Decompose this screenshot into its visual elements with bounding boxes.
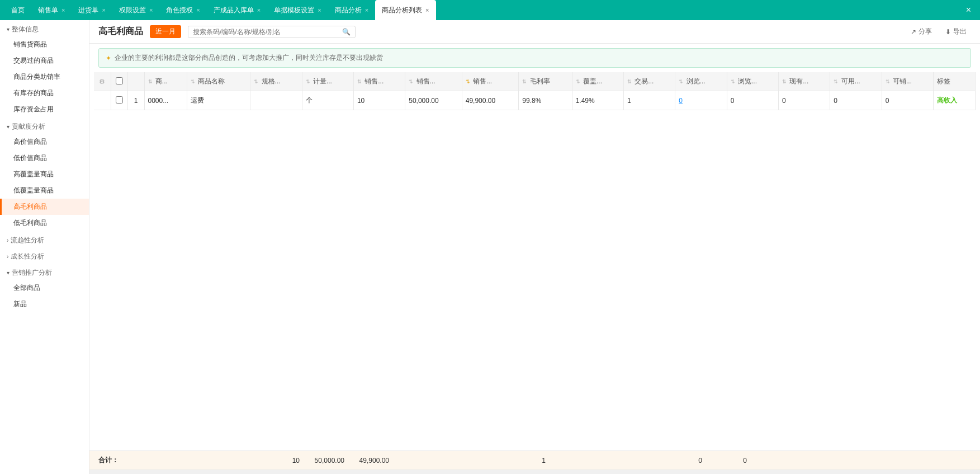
cell-browse2: 0 [727, 91, 778, 110]
nav-finished[interactable]: 产成品入库单 × [207, 0, 267, 20]
col-sales-cost: ⇅ 销售... [462, 72, 519, 91]
close-permission-tab[interactable]: × [149, 7, 153, 13]
share-button[interactable]: ↗ 分享 [906, 25, 936, 39]
header-actions: ↗ 分享 ⬇ 导出 [906, 25, 971, 39]
search-input[interactable] [193, 28, 342, 36]
table-footer: 合计： 10 50,000.00 49,900.00 1 0 0 [89, 450, 980, 470]
group-arrow-growth: › [7, 254, 8, 260]
cell-gross-rate: 99.8% [519, 91, 572, 110]
sidebar-item-sales-products[interactable]: 销售货商品 [0, 36, 89, 53]
col-available: ⇅ 可用... [830, 72, 882, 91]
content-header: 高毛利商品 近一月 🔍 ↗ 分享 ⬇ 导出 [89, 20, 980, 44]
col-name: ⇅ 商品名称 [187, 72, 250, 91]
export-icon: ⬇ [945, 28, 951, 36]
col-current-stock: ⇅ 现有... [778, 72, 830, 91]
sidebar-item-analysis-rate[interactable]: 商品分类助销率 [0, 69, 89, 85]
col-index [127, 72, 144, 91]
products-table: ⚙ ⇅ 商... ⇅ 商品名称 [94, 72, 976, 110]
col-settings: ⚙ [94, 72, 111, 91]
sidebar-item-low-margin[interactable]: 低毛利商品 [0, 215, 89, 231]
sidebar-item-high-freq[interactable]: 高覆盖量商品 [0, 166, 89, 182]
sidebar-item-stock-products[interactable]: 有库存的商品 [0, 85, 89, 101]
col-spec: ⇅ 规格... [250, 72, 302, 91]
close-all-button[interactable]: × [962, 5, 976, 15]
col-transaction: ⇅ 交易... [624, 72, 675, 91]
cell-index: 1 [127, 91, 144, 110]
col-code: ⇅ 商... [144, 72, 187, 91]
cell-sales-amount: 50,000.00 [405, 91, 462, 110]
settings-icon[interactable]: ⚙ [99, 78, 105, 86]
cell-sales-cost: 49,900.00 [462, 91, 519, 110]
cell-name: 运费 [187, 91, 250, 110]
footer-sales-amount: 50,000.00 [303, 457, 348, 464]
row-checkbox[interactable] [116, 96, 123, 104]
col-gross-rate: ⇅ 毛利率 [519, 72, 572, 91]
col-tag: 标签 [933, 72, 975, 91]
search-icon[interactable]: 🔍 [342, 28, 351, 36]
close-finished-tab[interactable]: × [257, 7, 261, 13]
group-arrow-marketing: ▾ [7, 270, 10, 276]
main-layout: « ▾ 整体信息 销售货商品 交易过的商品 商品分类助销率 有库存的商品 库存资… [0, 20, 980, 474]
sidebar-group-marketing[interactable]: ▾ 营销推广分析 [0, 264, 89, 280]
export-button[interactable]: ⬇ 导出 [941, 25, 971, 39]
cell-browse1: 0 [675, 91, 727, 110]
sidebar-item-low-value[interactable]: 低价值商品 [0, 150, 89, 166]
sidebar-group-growth[interactable]: › 成长性分析 [0, 247, 89, 264]
col-browse2: ⇅ 浏览... [727, 72, 778, 91]
cell-coverage: 1.49% [572, 91, 623, 110]
sidebar-item-new-products[interactable]: 新品 [0, 296, 89, 312]
sidebar-item-all-products[interactable]: 全部商品 [0, 280, 89, 296]
filter-recent-month-button[interactable]: 近一月 [150, 25, 181, 38]
nav-purchase[interactable]: 进货单 × [72, 0, 112, 20]
sidebar-item-low-freq[interactable]: 低覆盖量商品 [0, 182, 89, 199]
sidebar-group-contribution[interactable]: ▾ 贡献度分析 [0, 118, 89, 134]
group-arrow-trend: › [7, 237, 8, 243]
top-navigation: 首页 销售单 × 进货单 × 权限设置 × 角色授权 × 产成品入库单 × 单据… [0, 0, 980, 20]
col-checkbox [111, 72, 127, 91]
col-coverage: ⇅ 覆盖... [572, 72, 623, 91]
sidebar-item-high-value[interactable]: 高价值商品 [0, 134, 89, 150]
close-sales-tab[interactable]: × [61, 7, 65, 13]
select-all-checkbox[interactable] [116, 77, 123, 85]
sidebar-item-high-margin[interactable]: 高毛利商品 [0, 199, 89, 215]
footer-sales-cost: 49,900.00 [348, 457, 392, 464]
cell-sellable: 0 [882, 91, 933, 110]
close-purchase-tab[interactable]: × [102, 7, 105, 13]
nav-template[interactable]: 单据模板设置 × [267, 0, 328, 20]
nav-permission[interactable]: 权限设置 × [112, 0, 159, 20]
close-role-tab[interactable]: × [196, 7, 200, 13]
col-browse1: ⇅ 浏览... [675, 72, 727, 91]
star-icon: ✦ [106, 54, 111, 62]
nav-role[interactable]: 角色授权 × [159, 0, 206, 20]
col-sales-count: ⇅ 销售... [353, 72, 405, 91]
footer-available: 0 [661, 457, 706, 464]
nav-sales[interactable]: 销售单 × [31, 0, 72, 20]
sidebar-group-trend[interactable]: › 流趋性分析 [0, 231, 89, 247]
col-sales-amount: ⇅ 销售... [405, 72, 462, 91]
sidebar-item-stock-capital[interactable]: 库存资金占用 [0, 101, 89, 118]
cell-available: 0 [830, 91, 882, 110]
group-arrow-overall: ▾ [7, 26, 10, 32]
group-arrow-contribution: ▾ [7, 124, 10, 130]
sidebar-item-traded-products[interactable]: 交易过的商品 [0, 53, 89, 69]
close-analysis-tab[interactable]: × [365, 7, 368, 13]
cell-code: 0000... [144, 91, 187, 110]
nav-home[interactable]: 首页 [4, 0, 31, 20]
page-title: 高毛利商品 [98, 26, 143, 37]
table-row[interactable]: 1 0000... 运费 个 [94, 91, 976, 110]
footer-label: 合计： [98, 456, 119, 465]
horizontal-scrollbar[interactable] [89, 470, 980, 474]
nav-analysis[interactable]: 商品分析 × [328, 0, 375, 20]
browse1-link[interactable]: 0 [679, 97, 683, 105]
close-template-tab[interactable]: × [318, 7, 321, 13]
close-analysis-list-tab[interactable]: × [425, 7, 429, 13]
sidebar-collapse-button[interactable]: « [89, 236, 89, 259]
cell-spec [250, 91, 302, 110]
footer-transaction: 1 [504, 457, 549, 464]
search-box: 🔍 [188, 26, 356, 38]
sidebar-group-overall[interactable]: ▾ 整体信息 [0, 20, 89, 36]
table-container[interactable]: ⚙ ⇅ 商... ⇅ 商品名称 [89, 72, 980, 450]
nav-analysis-list[interactable]: 商品分析列表 × [375, 0, 435, 20]
cell-checkbox [111, 91, 127, 110]
footer-sellable: 0 [706, 457, 750, 464]
